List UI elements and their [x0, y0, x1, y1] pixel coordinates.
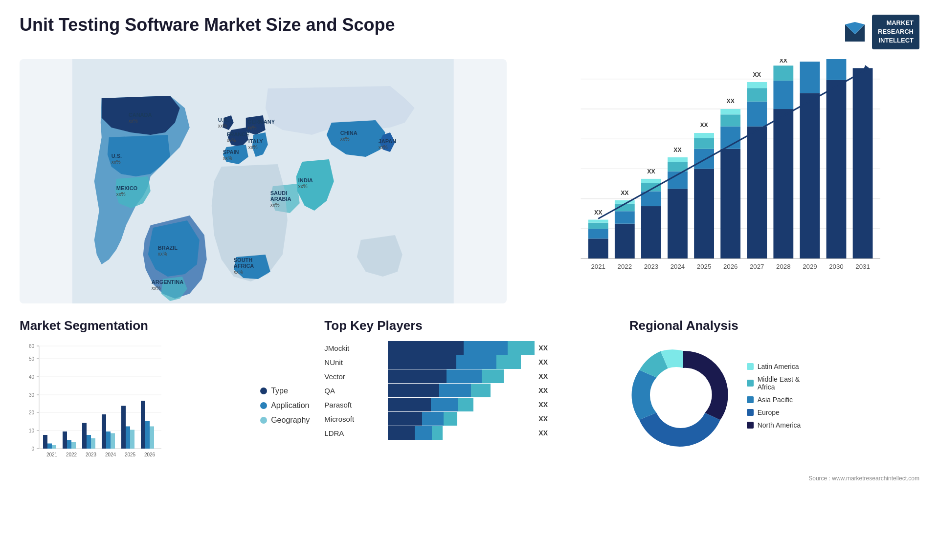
svg-rect-139 [130, 430, 134, 449]
svg-rect-136 [111, 433, 115, 449]
svg-rect-48 [614, 211, 634, 224]
la-dot [747, 363, 754, 370]
svg-text:SAUDI: SAUDI [270, 190, 287, 196]
players-bars: XX XX [388, 341, 614, 440]
eu-label: Europe [758, 409, 780, 416]
svg-text:U.S.: U.S. [112, 153, 122, 159]
svg-text:U.K.: U.K. [218, 117, 229, 123]
application-label: Application [271, 401, 309, 410]
svg-text:BRAZIL: BRAZIL [158, 245, 178, 251]
svg-text:2025: 2025 [696, 262, 711, 270]
legend-asia-pacific: Asia Pacific [747, 396, 801, 404]
ap-dot [747, 396, 754, 403]
bar-row-parasoft: XX [388, 398, 614, 411]
svg-text:xx%: xx% [247, 125, 257, 130]
logo-area: MARKET RESEARCH INTELLECT [843, 15, 919, 49]
svg-rect-134 [102, 414, 106, 449]
svg-text:XX: XX [805, 59, 814, 60]
svg-rect-84 [852, 68, 872, 258]
svg-text:xx%: xx% [218, 123, 227, 129]
player-parasoft: Parasoft [324, 398, 373, 412]
svg-text:xx%: xx% [129, 118, 138, 124]
player-nunit: NUnit [324, 355, 373, 369]
seg-chart-wrapper: 0 10 20 30 40 50 60 [20, 341, 310, 470]
svg-rect-73 [747, 101, 767, 126]
regional-panel: Regional Analysis [629, 318, 919, 470]
svg-text:2031: 2031 [855, 262, 870, 270]
seg-bar-svg: 0 10 20 30 40 50 60 [20, 341, 166, 468]
bar-row-vector: XX [388, 369, 614, 383]
key-players-panel: Top Key Players JMockit NUnit Vector QA … [324, 318, 614, 470]
seg-legend: Type Application Geography [260, 387, 310, 425]
svg-rect-126 [47, 443, 52, 449]
svg-rect-125 [43, 435, 47, 449]
donut-wrapper: Latin America Middle East &Africa Asia P… [629, 341, 919, 451]
eu-dot [747, 409, 754, 416]
svg-text:2026: 2026 [723, 262, 737, 270]
legend-north-america: North America [747, 421, 801, 429]
svg-rect-63 [694, 149, 714, 169]
ap-label: Asia Pacific [758, 396, 793, 404]
svg-text:30: 30 [29, 392, 35, 398]
svg-text:XX: XX [594, 209, 603, 216]
svg-rect-132 [87, 435, 91, 449]
svg-rect-127 [52, 445, 56, 449]
players-section: JMockit NUnit Vector QA Parasoft Microso… [324, 341, 614, 440]
svg-rect-72 [747, 126, 767, 258]
legend-europe: Europe [747, 409, 801, 416]
svg-text:xx%: xx% [379, 145, 388, 150]
svg-rect-57 [668, 189, 688, 258]
svg-rect-64 [694, 138, 714, 149]
svg-rect-47 [614, 223, 634, 258]
svg-rect-55 [641, 178, 661, 182]
type-dot [260, 388, 267, 394]
svg-text:10: 10 [29, 428, 35, 433]
bar-row-jmockit: XX [388, 341, 614, 355]
svg-text:2027: 2027 [749, 262, 763, 270]
geography-label: Geography [271, 416, 310, 425]
bar-row-microsoft: XX [388, 412, 614, 426]
svg-text:xx%: xx% [248, 145, 258, 150]
svg-text:xx%: xx% [152, 285, 161, 291]
svg-text:MEXICO: MEXICO [116, 185, 138, 191]
svg-rect-130 [71, 442, 76, 449]
svg-text:2026: 2026 [144, 452, 156, 457]
segmentation-title: Market Segmentation [20, 318, 310, 333]
svg-text:XX: XX [647, 168, 655, 174]
svg-text:2025: 2025 [125, 452, 136, 457]
svg-text:20: 20 [29, 410, 35, 415]
svg-rect-140 [141, 401, 145, 449]
svg-rect-80 [800, 93, 820, 258]
segmentation-panel: Market Segmentation 0 10 20 30 [20, 318, 310, 470]
svg-text:SOUTH: SOUTH [234, 257, 253, 263]
player-microsoft: Microsoft [324, 412, 373, 426]
svg-text:XX: XX [753, 71, 761, 78]
svg-text:2023: 2023 [86, 452, 97, 457]
svg-text:2028: 2028 [776, 262, 790, 270]
svg-rect-70 [720, 109, 740, 114]
legend-application: Application [260, 401, 310, 410]
svg-text:2022: 2022 [66, 452, 77, 457]
svg-rect-131 [82, 423, 87, 449]
svg-rect-142 [150, 426, 154, 449]
svg-text:xx%: xx% [158, 251, 167, 257]
svg-rect-62 [694, 169, 714, 258]
svg-text:JAPAN: JAPAN [379, 138, 397, 144]
bar-chart-section: XX XX XX XX XX [521, 59, 920, 303]
legend-mea: Middle East &Africa [747, 375, 801, 391]
players-title: Top Key Players [324, 318, 614, 333]
svg-text:CANADA: CANADA [129, 112, 152, 118]
svg-rect-129 [67, 440, 71, 449]
svg-rect-78 [773, 80, 793, 108]
map-svg: CANADA xx% U.S. xx% MEXICO xx% BRAZIL xx… [20, 59, 507, 303]
player-jmockit: JMockit [324, 341, 373, 355]
svg-rect-65 [694, 133, 714, 138]
bar-row-qa: XX [388, 384, 614, 397]
svg-rect-43 [588, 229, 608, 238]
legend-geography: Geography [260, 416, 310, 425]
svg-rect-75 [747, 82, 767, 88]
page-header: Unit Testing Software Market Size and Sc… [20, 15, 919, 49]
svg-text:2030: 2030 [829, 262, 843, 270]
svg-text:XX: XX [700, 121, 708, 128]
page-title: Unit Testing Software Market Size and Sc… [20, 15, 395, 35]
